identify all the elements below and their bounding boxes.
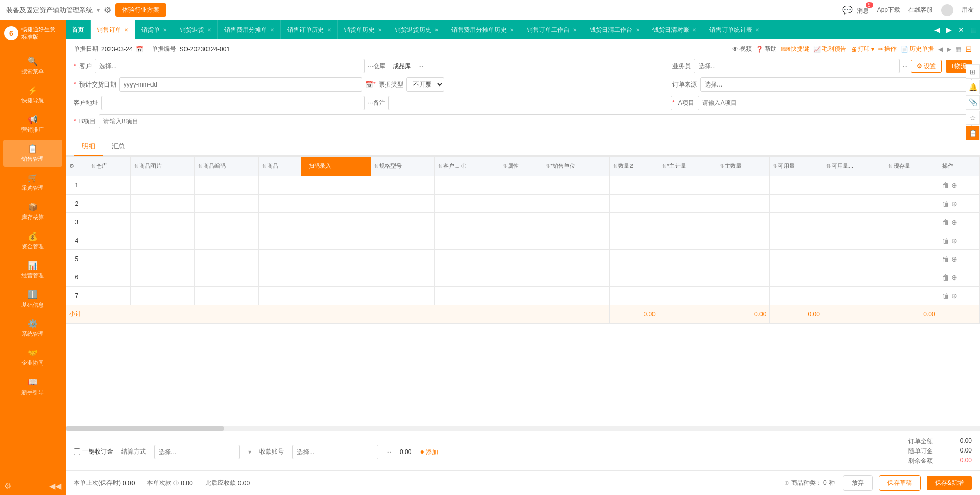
tab-summary[interactable]: 汇总 [103,138,133,156]
row-1-copy-btn[interactable]: ⊕ [951,181,957,189]
sidebar-item-inventory[interactable]: 📦 库存核算 [3,198,62,225]
sidebar-item-guide[interactable]: 📖 新手引导 [3,373,62,400]
row-2-main-qty[interactable] [716,195,770,213]
toolbar-help[interactable]: ❓ 帮助 [756,45,777,53]
user-name[interactable]: 用友 [962,6,974,14]
row-2-image[interactable] [130,195,194,213]
row-2-attribute[interactable] [499,195,542,213]
payment-dropdown-icon[interactable]: ▾ [248,448,251,456]
toolbar-print[interactable]: 🖨 打印 ▾ [851,45,874,53]
tab-detail[interactable]: 明细 [74,138,103,156]
tab-reconcile-close[interactable]: ✕ [692,27,696,33]
tab-expense-history-close[interactable]: ✕ [510,27,514,33]
tab-sales-delivery-close[interactable]: ✕ [163,27,167,33]
scroll-thumb[interactable] [66,426,224,431]
float-clipboard-icon[interactable]: 📋 [966,126,980,140]
col-qty2[interactable]: ⇅数量2 [610,157,659,176]
tab-sales-order[interactable]: 销售订单 ✕ [91,20,135,39]
row-4-delete-btn[interactable]: 🗑 [942,236,949,245]
sidebar-item-search[interactable]: 🔍 搜索菜单 [3,52,62,79]
col-sales-unit[interactable]: ⇅*销售单位 [542,157,610,176]
account-input[interactable] [292,445,378,459]
toolbar-operation[interactable]: ✏ 操作 [878,45,897,53]
tab-delivery-history-close[interactable]: ✕ [378,27,382,33]
address-more-btn[interactable]: ··· [368,99,373,106]
settings-btn[interactable]: ⚙ 设置 [911,60,942,73]
payment-method-input[interactable] [154,445,240,459]
col-settings[interactable]: ⚙ [66,157,88,176]
sidebar-collapse-icon[interactable]: ◀◀ [49,481,61,491]
col-customer[interactable]: ⇅客户... ⓘ [435,157,499,176]
col-avail-qty[interactable]: ⇅可用量 [770,157,823,176]
row-1-image[interactable] [130,176,194,195]
add-btn[interactable]: ● 添加 [420,447,438,457]
customer-input[interactable] [95,59,365,73]
customer-more-btn[interactable]: ··· [368,62,373,70]
tab-daily-clear-close[interactable]: ✕ [636,27,640,33]
row-1-product[interactable] [258,176,301,195]
user-avatar[interactable] [941,4,953,16]
warehouse-more-btn[interactable]: ··· [418,62,423,70]
toolbar-history[interactable]: 📄 历史单据 [901,45,934,53]
row-1-attribute[interactable] [499,176,542,195]
col-attribute[interactable]: ⇅属性 [499,157,542,176]
scan-button[interactable]: 扫码录入 [304,161,335,171]
row-2-warehouse[interactable] [88,195,130,213]
row-6-copy-btn[interactable]: ⊕ [951,273,957,282]
row-2-avail[interactable] [770,195,823,213]
tab-order-workbench-close[interactable]: ✕ [573,27,577,33]
table-scroll[interactable]: ⚙ ⇅仓库 ⇅商品图片 ⇅商品编码 ⇅商品 扫码录入 ⇅规格型号 ⇅ [66,156,980,424]
sidebar-item-enterprise[interactable]: 🤝 企业协同 [3,344,62,371]
row-1-main-unit[interactable] [659,176,716,195]
dropdown-arrow[interactable]: ▾ [97,7,100,14]
bill-date-value[interactable]: 2023-03-24 [101,46,133,53]
row-5-copy-btn[interactable]: ⊕ [951,255,957,263]
row-7-copy-btn[interactable]: ⊕ [951,292,957,300]
row-2-product[interactable] [258,195,301,213]
tab-sales-return[interactable]: 销货退货 ✕ [173,20,218,39]
row-1-current[interactable] [885,176,939,195]
tab-statistics-close[interactable]: ✕ [755,27,759,33]
save-new-button[interactable]: 保存&新增 [927,476,972,490]
row-2-customer[interactable] [435,195,499,213]
nav-next[interactable]: ▶ [943,26,955,34]
delivery-date-icon[interactable]: 📅 [365,81,373,88]
salesperson-more-btn[interactable]: ··· [903,62,908,70]
row-1-avail2[interactable] [823,176,885,195]
abandon-button[interactable]: 放弃 [843,475,873,491]
sidebar-item-sales[interactable]: 📋 销售管理 [3,140,62,167]
nav-more[interactable]: ▦ [967,26,980,34]
float-notify-icon[interactable]: 🔔 [966,80,980,94]
sidebar-item-operation[interactable]: 📊 经营管理 [3,256,62,284]
col-product-image[interactable]: ⇅商品图片 [130,157,194,176]
row-1-sales-unit[interactable] [542,176,610,195]
toolbar-nav-next[interactable]: ▶ [947,46,951,53]
invoice-type-select[interactable]: 不开票 [406,77,444,92]
b-project-input[interactable] [99,114,972,128]
bill-no-value[interactable]: SO-20230324-001 [179,46,230,53]
save-draft-button[interactable]: 保存草稿 [879,475,921,491]
tab-sales-order-history-close[interactable]: ✕ [327,27,331,33]
row-3-delete-btn[interactable]: 🗑 [942,218,949,226]
tab-return-history[interactable]: 销货退货历史 ✕ [388,20,445,39]
bill-date-calendar-icon[interactable]: 📅 [136,46,143,53]
row-1-scan[interactable] [301,176,371,195]
a-project-input[interactable] [698,96,972,110]
tab-sales-order-history[interactable]: 销售订单历史 ✕ [281,20,338,39]
sidebar-item-marketing[interactable]: 📢 营销推广 [3,111,62,138]
customer-address-input[interactable] [101,96,365,110]
row-2-spec[interactable] [371,195,435,213]
col-current-qty[interactable]: ⇅现存量 [885,157,939,176]
row-2-code[interactable] [194,195,258,213]
tab-sales-delivery[interactable]: 销货单 ✕ [135,20,173,39]
col-main-qty[interactable]: ⇅主数量 [716,157,770,176]
salesperson-input[interactable] [694,59,900,73]
row-2-current[interactable] [885,195,939,213]
row-5-delete-btn[interactable]: 🗑 [942,255,949,263]
row-1-warehouse[interactable] [88,176,130,195]
col-product[interactable]: ⇅商品 [258,157,301,176]
row-1-main-qty[interactable] [716,176,770,195]
row-2-scan[interactable] [301,195,371,213]
row-1-delete-btn[interactable]: 🗑 [942,181,949,189]
tab-return-history-close[interactable]: ✕ [434,27,439,33]
